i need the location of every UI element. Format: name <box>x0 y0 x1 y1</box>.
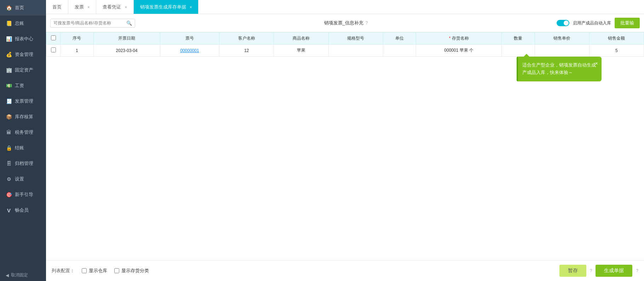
row-spec <box>328 45 383 57</box>
payroll-icon: 💵 <box>6 82 12 89</box>
guide-icon: 🎯 <box>6 191 12 198</box>
show-category-label: 显示存货分类 <box>121 268 149 274</box>
row-product: 苹果 <box>274 45 328 57</box>
sidebar-item-assets[interactable]: 🏢 固定资产 <box>0 62 46 78</box>
tab-voucher-label: 查看凭证 <box>103 4 121 10</box>
sidebar-item-home[interactable]: 🏠 首页 <box>0 0 46 16</box>
sidebar-item-label: 总账 <box>15 20 24 27</box>
col-date: 开票日期 <box>93 33 160 45</box>
auto-stock-toggle[interactable] <box>557 20 569 26</box>
assets-icon: 🏢 <box>6 67 12 73</box>
row-date: 2023-03-04 <box>93 45 160 57</box>
row-seq: 1 <box>61 45 94 57</box>
show-warehouse-group: 显示仓库 <box>82 268 107 274</box>
tooltip-text: 适合生产型企业，销项发票自动生成产成品入库，快来体验～ <box>522 62 596 75</box>
sidebar-item-payroll[interactable]: 💵 工资 <box>0 78 46 93</box>
funds-icon: 💰 <box>6 51 12 58</box>
toolbar: 🔍 销项发票_信息补充 ? 启用产成品自动入库 批量输 <box>46 14 644 32</box>
home-icon: 🏠 <box>6 5 12 11</box>
sidebar-item-label: 报表中心 <box>15 36 33 42</box>
tooltip-bar <box>517 57 518 81</box>
row-price <box>535 45 589 57</box>
footer-actions: 暂存 ? 生成单据 ? <box>559 265 638 277</box>
col-seq: 序号 <box>61 33 94 45</box>
toolbar-center: 销项发票_信息补充 ? <box>139 20 552 26</box>
sidebar-item-closing[interactable]: 🔒 结账 <box>0 140 46 156</box>
search-input[interactable] <box>53 21 125 25</box>
sidebar-item-label: 设置 <box>15 176 24 182</box>
tab-home-label: 首页 <box>52 4 62 10</box>
row-checkbox-cell <box>46 45 61 57</box>
sidebar-item-funds[interactable]: 💰 资金管理 <box>0 47 46 62</box>
save-info-icon[interactable]: ? <box>590 268 592 273</box>
row-checkbox[interactable] <box>51 47 56 52</box>
row-qty <box>502 45 535 57</box>
invoice-number-link[interactable]: 00000001 <box>180 48 199 53</box>
col-number: 票号 <box>160 33 219 45</box>
row-number: 00000001 <box>160 45 219 57</box>
row-stock-name: 000001 苹果 个 <box>416 45 502 57</box>
sidebar-item-label: 首页 <box>15 5 24 11</box>
tooltip-popup: × 适合生产型企业，销项发票自动生成产成品入库，快来体验～ <box>517 57 602 81</box>
col-unit: 单位 <box>383 33 416 45</box>
table-row: 1 2023-03-04 00000001 12 苹果 000001 苹果 个 … <box>46 45 644 57</box>
tab-invoice[interactable]: 发票 × <box>68 0 96 14</box>
unfix-icon: ◀ <box>6 273 9 278</box>
sidebar-item-tax[interactable]: 🏛 税务管理 <box>0 125 46 140</box>
footer: 列表配置： 显示仓库 显示存货分类 暂存 ? 生成单据 ? <box>46 260 644 281</box>
batch-button[interactable]: 批量输 <box>615 18 640 28</box>
config-label: 列表配置： <box>52 268 75 274</box>
sidebar-item-archive[interactable]: 🗄 归档管理 <box>0 156 46 171</box>
data-table: 序号 开票日期 票号 客户名称 商品名称 规格型号 单位 * 存货名称 数量 销… <box>46 32 644 57</box>
sidebar-item-label: 归档管理 <box>15 160 33 167</box>
unfix-label: 取消固定 <box>11 272 28 278</box>
col-customer: 客户名称 <box>219 33 274 45</box>
col-stock-name: * 存货名称 <box>416 33 502 45</box>
tab-voucher[interactable]: 查看凭证 × <box>96 0 133 14</box>
row-customer: 12 <box>219 45 274 57</box>
sidebar-item-label: 资金管理 <box>15 51 33 58</box>
sidebar-item-label: 畅会员 <box>15 207 29 213</box>
tab-voucher-close[interactable]: × <box>125 5 127 9</box>
archive-icon: 🗄 <box>6 160 12 167</box>
sidebar-item-label: 新手引导 <box>15 191 33 198</box>
tooltip-close-button[interactable]: × <box>595 59 598 67</box>
col-amount: 销售金额 <box>589 33 644 45</box>
invoice-mgmt-icon: 🧾 <box>6 98 12 104</box>
show-category-group: 显示存货分类 <box>114 268 149 274</box>
sidebar-item-vip[interactable]: V 畅会员 <box>0 202 46 218</box>
tab-invoice-close[interactable]: × <box>87 5 90 9</box>
tax-icon: 🏛 <box>6 129 12 136</box>
tab-home[interactable]: 首页 <box>46 0 68 14</box>
generate-info-icon[interactable]: ? <box>636 268 638 273</box>
sidebar-item-guide[interactable]: 🎯 新手引导 <box>0 187 46 202</box>
sidebar-item-label: 结账 <box>15 145 24 151</box>
col-product: 商品名称 <box>274 33 328 45</box>
generate-button[interactable]: 生成单据 <box>596 265 632 277</box>
content-area: 🔍 销项发票_信息补充 ? 启用产成品自动入库 批量输 <box>46 14 644 281</box>
tab-stock-label: 销项发票生成库存单据 <box>140 4 186 10</box>
search-box[interactable]: 🔍 <box>50 19 135 28</box>
show-category-checkbox[interactable] <box>114 268 119 273</box>
select-all-checkbox[interactable] <box>51 35 56 40</box>
tab-stock-close[interactable]: × <box>190 5 192 9</box>
show-warehouse-checkbox[interactable] <box>82 268 87 273</box>
unfix-button[interactable]: ◀ 取消固定 <box>0 269 46 281</box>
col-spec: 规格型号 <box>328 33 383 45</box>
sidebar-item-ledger[interactable]: 📒 总账 <box>0 16 46 31</box>
sidebar-item-invoice-mgmt[interactable]: 🧾 发票管理 <box>0 93 46 109</box>
show-warehouse-label: 显示仓库 <box>89 268 107 274</box>
sidebar-item-label: 库存核算 <box>15 114 33 120</box>
info-icon[interactable]: ? <box>366 21 368 25</box>
tab-bar: 首页 发票 × 查看凭证 × 销项发票生成库存单据 × <box>46 0 644 14</box>
sidebar-item-reports[interactable]: 📊 报表中心 <box>0 31 46 47</box>
reports-icon: 📊 <box>6 36 12 42</box>
sidebar-item-settings[interactable]: ⚙ 设置 <box>0 171 46 187</box>
sidebar-item-label: 发票管理 <box>15 98 33 104</box>
sidebar-item-inventory[interactable]: 📦 库存核算 <box>0 109 46 125</box>
row-unit <box>383 45 416 57</box>
tab-stock[interactable]: 销项发票生成库存单据 × <box>134 0 199 14</box>
save-button[interactable]: 暂存 <box>559 265 586 277</box>
sidebar-item-label: 工资 <box>15 82 24 89</box>
settings-icon: ⚙ <box>6 176 12 182</box>
